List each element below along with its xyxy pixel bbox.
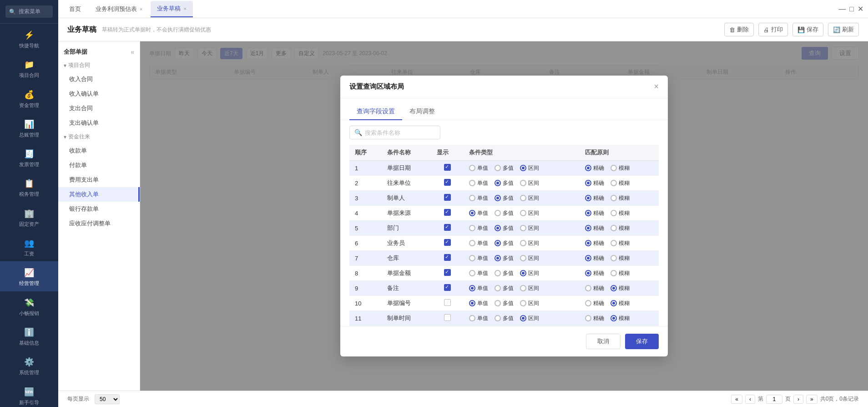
sidebar-item-system[interactable]: ⚙️系统管理 [0, 351, 58, 380]
radio-multiple-1[interactable] [495, 165, 501, 171]
show-checkbox-2[interactable] [444, 179, 451, 186]
show-checkbox-5[interactable] [444, 224, 451, 231]
radio-match-fuzzy-9[interactable] [611, 285, 617, 291]
match-precise-5[interactable]: 精确 [585, 224, 604, 232]
cond-type-single-10[interactable]: 单值 [469, 300, 488, 307]
cond-type-multiple-10[interactable]: 多值 [495, 300, 514, 307]
radio-range-6[interactable] [520, 240, 526, 246]
radio-multiple-5[interactable] [495, 225, 501, 231]
radio-range-3[interactable] [520, 195, 526, 201]
radio-match-precise-10[interactable] [585, 300, 591, 306]
match-precise-1[interactable]: 精确 [585, 164, 604, 172]
radio-match-fuzzy-1[interactable] [611, 165, 617, 171]
radio-range-4[interactable] [520, 210, 526, 216]
page-first-btn[interactable]: « [731, 395, 742, 404]
radio-range-10[interactable] [520, 300, 526, 306]
radio-single-5[interactable] [469, 225, 475, 231]
match-fuzzy-9[interactable]: 模糊 [611, 285, 630, 292]
sidebar-item-fixed-asset[interactable]: 🏢固定资产 [0, 202, 58, 232]
cond-type-single-7[interactable]: 单值 [469, 254, 488, 262]
section-label-capital-flow[interactable]: ▾ 资金往来 [58, 130, 140, 143]
radio-range-2[interactable] [520, 180, 526, 186]
condition-search-input[interactable] [365, 129, 435, 136]
match-precise-3[interactable]: 精确 [585, 194, 604, 202]
match-fuzzy-11[interactable]: 模糊 [611, 315, 630, 322]
match-fuzzy-1[interactable]: 模糊 [611, 164, 630, 172]
section-collapse-project-contract[interactable]: ▾ [64, 62, 66, 69]
radio-match-precise-2[interactable] [585, 180, 591, 186]
show-checkbox-11[interactable] [444, 314, 451, 321]
radio-single-2[interactable] [469, 180, 475, 186]
window-maximize[interactable]: □ [849, 5, 854, 13]
cond-type-multiple-5[interactable]: 多值 [495, 224, 514, 232]
show-checkbox-7[interactable] [444, 254, 451, 261]
match-fuzzy-10[interactable]: 模糊 [611, 300, 630, 307]
radio-range-7[interactable] [520, 255, 526, 261]
cond-type-range-6[interactable]: 区间 [520, 239, 539, 247]
show-checkbox-4[interactable] [444, 209, 451, 216]
match-precise-10[interactable]: 精确 [585, 300, 604, 307]
window-close[interactable]: ✕ [858, 5, 863, 13]
radio-single-7[interactable] [469, 255, 475, 261]
cond-type-range-3[interactable]: 区间 [520, 194, 539, 202]
cond-type-multiple-11[interactable]: 多值 [495, 315, 514, 322]
cond-type-single-5[interactable]: 单值 [469, 224, 488, 232]
radio-match-precise-11[interactable] [585, 315, 591, 321]
sidebar-item-expense[interactable]: 💸小畅报销 [0, 291, 58, 321]
radio-match-precise-5[interactable] [585, 225, 591, 231]
radio-single-1[interactable] [469, 165, 475, 171]
radio-multiple-3[interactable] [495, 195, 501, 201]
sidebar-item-capital[interactable]: 💰资金管理 [0, 83, 58, 113]
radio-match-fuzzy-10[interactable] [611, 300, 617, 306]
cond-type-single-11[interactable]: 单值 [469, 315, 488, 322]
header-action-save[interactable]: 💾保存 [792, 23, 823, 36]
inner-link-费用支出单[interactable]: 费用支出单 [58, 173, 140, 187]
tab-layout-adjust[interactable]: 布局调整 [402, 104, 442, 120]
sidebar-item-operations[interactable]: 📈经营管理 [0, 261, 58, 291]
inner-link-付款单[interactable]: 付款单 [58, 158, 140, 173]
cond-type-multiple-6[interactable]: 多值 [495, 239, 514, 247]
inner-link-支出合同[interactable]: 支出合同 [58, 101, 140, 116]
cond-type-multiple-1[interactable]: 多值 [495, 164, 514, 172]
match-precise-6[interactable]: 精确 [585, 239, 604, 247]
show-checkbox-8[interactable] [444, 269, 451, 276]
cond-type-single-4[interactable]: 单值 [469, 209, 488, 217]
radio-match-fuzzy-11[interactable] [611, 315, 617, 321]
match-fuzzy-8[interactable]: 模糊 [611, 270, 630, 277]
radio-match-fuzzy-7[interactable] [611, 255, 617, 261]
inner-link-收入确认单[interactable]: 收入确认单 [58, 86, 140, 101]
inner-link-收款单[interactable]: 收款单 [58, 143, 140, 158]
radio-multiple-4[interactable] [495, 210, 501, 216]
radio-match-precise-3[interactable] [585, 195, 591, 201]
match-fuzzy-5[interactable]: 模糊 [611, 224, 630, 232]
radio-single-6[interactable] [469, 240, 475, 246]
sidebar-search[interactable]: 🔍 搜索菜单 [5, 5, 53, 18]
cond-type-range-4[interactable]: 区间 [520, 209, 539, 217]
inner-link-应收应付调整单[interactable]: 应收应付调整单 [58, 216, 140, 231]
match-fuzzy-6[interactable]: 模糊 [611, 239, 630, 247]
cond-type-multiple-4[interactable]: 多值 [495, 209, 514, 217]
radio-match-precise-6[interactable] [585, 240, 591, 246]
cond-type-range-10[interactable]: 区间 [520, 300, 539, 307]
cond-type-range-2[interactable]: 区间 [520, 179, 539, 187]
cond-type-single-8[interactable]: 单值 [469, 270, 488, 277]
radio-multiple-10[interactable] [495, 300, 501, 306]
section-collapse-capital-flow[interactable]: ▾ [64, 134, 66, 140]
sidebar-item-new-guide[interactable]: 🆕新手引导 [0, 381, 58, 407]
tab-close-profit[interactable]: × [140, 6, 142, 12]
sidebar-item-accounting[interactable]: 📊总账管理 [0, 113, 58, 142]
radio-match-precise-4[interactable] [585, 210, 591, 216]
inner-link-收入合同[interactable]: 收入合同 [58, 72, 140, 86]
page-number-input[interactable] [766, 395, 782, 404]
modal-close-btn[interactable]: × [654, 82, 659, 92]
radio-multiple-7[interactable] [495, 255, 501, 261]
radio-single-3[interactable] [469, 195, 475, 201]
inner-link-银行存款单[interactable]: 银行存款单 [58, 202, 140, 216]
sidebar-item-tax[interactable]: 📋税务管理 [0, 172, 58, 202]
radio-range-8[interactable] [520, 270, 526, 276]
cond-type-multiple-7[interactable]: 多值 [495, 254, 514, 262]
header-action-print[interactable]: 🖨打印 [758, 23, 788, 36]
radio-multiple-2[interactable] [495, 180, 501, 186]
cond-type-multiple-3[interactable]: 多值 [495, 194, 514, 202]
cond-type-range-9[interactable]: 区间 [520, 285, 539, 292]
